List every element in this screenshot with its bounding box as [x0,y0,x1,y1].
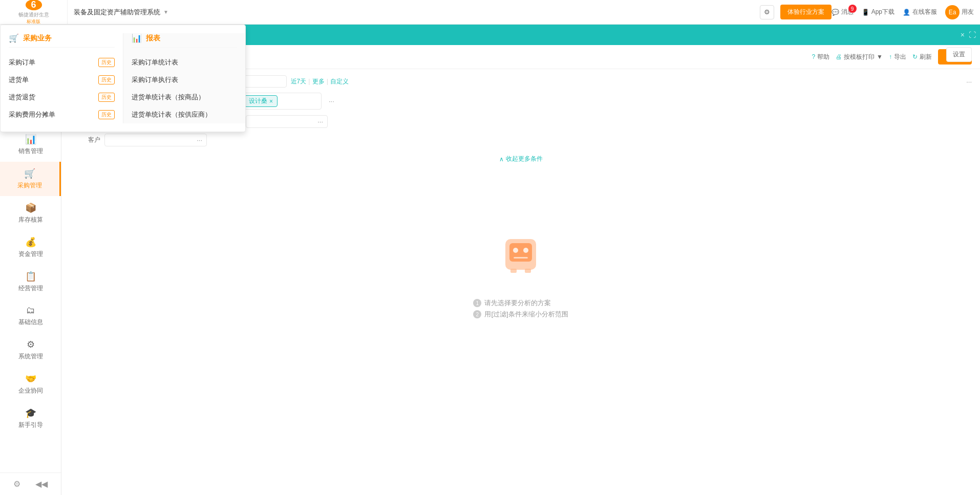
salesman-dots[interactable]: ··· [317,118,323,125]
export-icon: ↑ [889,53,892,60]
refresh-btn[interactable]: ↻ 刷新 [912,53,932,61]
collapse-label: 收起更多条件 [506,155,543,163]
inventory-icon: 📦 [25,202,36,213]
shortcut-more[interactable]: 更多 [312,77,325,86]
top-header: 6 畅捷通好生意 标准版 装备及固定资产辅助管理系统 ▼ ⚙ 体验行业方案 💬 … [0,0,980,25]
tab-expand-btn[interactable]: ⛶ [969,31,976,39]
sidebar-item-beginner[interactable]: 🎓 新手引导 [0,401,61,436]
sidebar-label-system: 系统管理 [18,352,43,361]
shortcut-7days[interactable]: 近7天 [291,77,307,86]
empty-illustration [490,229,551,290]
sidebar-item-operations[interactable]: 📋 经营管理 [0,265,61,299]
sidebar-item-enterprise[interactable]: 🤝 企业协同 [0,367,61,401]
sidebar-item-inventory[interactable]: 📦 库存核算 [0,196,61,230]
empty-state: 1 请先选择要分析的方案 2 用[过滤]条件来缩小分析范围 [61,173,980,377]
enterprise-icon: 🤝 [25,373,36,384]
bottom-settings-btn[interactable]: ⚙ [13,479,20,489]
menu-item-return[interactable]: 进货退货 历史 [9,89,115,106]
sidebar-item-basicinfo[interactable]: 🗂 基础信息 [0,299,61,333]
logo-text: 畅捷通好生意 [18,11,49,18]
message-badge: 9 [848,5,857,13]
sidebar-item-system[interactable]: ⚙ 系统管理 [0,333,61,367]
sidebar-label-purchase: 采购管理 [17,181,42,190]
svg-rect-5 [510,269,517,273]
shortcut-custom[interactable]: 自定义 [330,77,349,86]
settings-icon-btn[interactable]: ⚙ [760,5,774,19]
online-service-btn[interactable]: 👤 在线客服 [903,8,937,16]
industry-btn[interactable]: 体验行业方案 [780,5,832,19]
history-badge-expense[interactable]: 历史 [98,110,115,119]
refresh-icon: ↻ [912,53,918,60]
sidebar-label-enterprise: 企业协同 [18,386,43,395]
export-btn[interactable]: ↑ 导出 [889,53,906,61]
customer-dots[interactable]: ··· [197,136,202,144]
purchase-icon: 🛒 [24,168,35,179]
sales-icon: 📊 [25,134,36,145]
goods-dots[interactable]: ··· [329,97,334,105]
history-badge-return[interactable]: 历史 [98,93,115,102]
logo-char: 6 [31,0,36,10]
print-icon: 🖨 [836,53,842,60]
date-shortcuts: 近7天 | 更多 | 自定义 [291,77,349,86]
beginner-icon: 🎓 [25,407,36,419]
svg-rect-1 [509,243,532,262]
purchase-col2-title: 📊 报表 [132,33,238,48]
basicinfo-icon: 🗂 [26,305,35,316]
logo-icon: 6 [26,0,42,10]
service-icon: 👤 [903,9,910,16]
settings-filter-btn[interactable]: 设置 [946,47,972,62]
purchase-dropdown-menu: 🛒 采购业务 采购订单 历史 进货单 历史 进货退货 历史 采购费用分摊单 历史… [0,25,246,132]
sidebar-bottom: ⚙ ◀◀ [0,472,61,495]
salesman-select[interactable]: ··· [246,115,328,128]
operations-icon: 📋 [25,271,36,282]
history-badge-po[interactable]: 历史 [98,58,115,67]
sidebar-item-sales[interactable]: 📊 销售管理 [0,127,61,162]
menu-item-po-exec[interactable]: 采购订单执行表 [132,71,238,89]
svg-point-3 [523,248,528,253]
sidebar-item-finance[interactable]: 💰 资金管理 [0,230,61,265]
collapse-btn[interactable]: ∧ 收起更多条件 [70,152,972,166]
filter-row-customer: 客户 ··· [70,134,972,146]
finance-icon: 💰 [25,236,36,248]
system-name-arrow[interactable]: ▼ [163,9,168,15]
svg-point-2 [513,248,518,253]
goods-filter[interactable]: 设计桑 × [240,93,322,110]
svg-rect-6 [525,269,531,273]
sidebar-item-purchase[interactable]: 🛒 采购管理 [0,162,61,196]
svg-rect-4 [514,257,528,259]
app-download-btn[interactable]: 📱 App下载 [862,8,894,16]
logo-area: 6 畅捷通好生意 标准版 [6,0,68,24]
message-btn[interactable]: 💬 消息 9 [832,8,854,16]
menu-item-po[interactable]: 采购订单 历史 [9,54,115,71]
sidebar-label-finance: 资金管理 [18,250,43,259]
customer-select[interactable]: ··· [104,134,207,146]
step2: 2 [473,310,481,318]
help-btn[interactable]: ? 帮助 [812,53,829,61]
online-service-label: 在线客服 [912,8,937,16]
menu-item-po-stats[interactable]: 采购订单统计表 [132,54,238,71]
app-icon: 📱 [862,9,869,16]
menu-item-receipt-stats-supplier[interactable]: 进货单统计表（按供应商） [132,106,238,123]
step1: 1 [473,299,481,307]
header-right: 💬 消息 9 📱 App下载 👤 在线客服 Ea 用友 [832,5,974,19]
date-row-dots[interactable]: ··· [966,78,972,85]
sidebar-label-inventory: 库存核算 [18,216,43,224]
empty-svg [490,229,551,280]
user-area[interactable]: Ea 用友 [945,5,974,19]
system-icon: ⚙ [27,339,35,350]
purchase-col2: 📊 报表 采购订单统计表 采购订单执行表 进货单统计表（按商品） 进货单统计表（… [123,33,246,123]
purchase-col1-title: 🛒 采购业务 [9,33,115,48]
app-download-label: App下载 [871,8,894,16]
settings-filter-area: 设置 [946,45,972,62]
message-icon: 💬 [832,9,839,16]
history-badge-receipt[interactable]: 历史 [98,75,115,84]
collapse-arrow: ∧ [499,156,504,163]
menu-item-receipt[interactable]: 进货单 历史 [9,71,115,89]
goods-tag-close[interactable]: × [269,98,273,105]
template-print-btn[interactable]: 🖨 按模板打印 ▼ [836,53,883,61]
menu-item-receipt-stats-goods[interactable]: 进货单统计表（按商品） [132,89,238,106]
tab-close-all-btn[interactable]: × [961,31,965,39]
sidebar-label-sales: 销售管理 [18,147,43,156]
menu-item-expense[interactable]: 采购费用分摊单 历史 [9,106,115,123]
bottom-collapse-btn[interactable]: ◀◀ [35,479,48,489]
